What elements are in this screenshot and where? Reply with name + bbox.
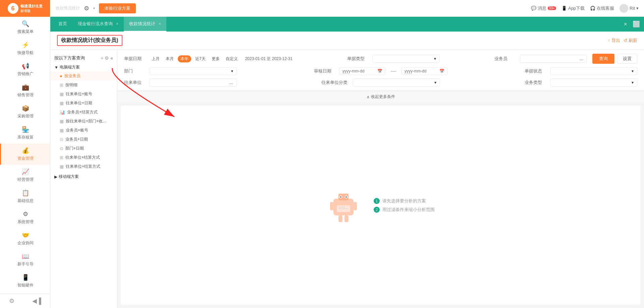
refresh-label: 刷新: [629, 38, 637, 44]
dept-select[interactable]: ▾: [150, 67, 237, 75]
home-tab-label: 首页: [58, 21, 67, 27]
sidebar-item-guide[interactable]: 📖 新手引导: [0, 249, 50, 270]
add-scheme-btn[interactable]: +: [101, 55, 103, 61]
scheme-item-7[interactable]: ⊙ 业务员+日期: [50, 135, 117, 144]
sidebar-item-sales[interactable]: 💼 销售管理: [0, 80, 50, 101]
preset-this-year[interactable]: 本年: [178, 55, 191, 62]
scheme-item-0[interactable]: ● 按业务员: [50, 71, 117, 81]
scheme-item-2[interactable]: ▦ 往来单位+账号: [50, 90, 117, 99]
sidebar-item-operations[interactable]: 📈 经营管理: [0, 165, 50, 186]
scheme-icon-5: ▦: [60, 119, 64, 124]
user-menu[interactable]: Rit ▾: [620, 4, 639, 13]
sidebar-item-basic[interactable]: 📋 基础信息: [0, 186, 50, 207]
filter-row-1: 单据日期 上月 本月 本年 近7天 更多 自定义 2023-01-01 至: [124, 54, 637, 64]
doc-status-select[interactable]: ▾: [550, 67, 637, 75]
experience-solution-btn[interactable]: 体验行业方案: [99, 3, 136, 13]
sidebar-label-system: 系统管理: [17, 219, 34, 225]
sidebar-item-inventory[interactable]: 🏪 库存核算: [0, 122, 50, 144]
scheme-icon-1: ⊞: [60, 83, 63, 88]
refresh-btn[interactable]: ↺ 刷新: [624, 38, 637, 44]
tip-num-1: 1: [374, 198, 380, 204]
page-title-box: 收款情况统计(按业务员): [57, 35, 122, 46]
desktop-scheme-title[interactable]: ▼ 电脑端方案: [50, 63, 117, 71]
scheme-item-5[interactable]: ▦ 按往来单位+部门+收...: [50, 117, 117, 126]
mobile-scheme-label: 移动端方案: [59, 174, 79, 179]
sidebar-collapse-btn[interactable]: ◀▐: [32, 297, 41, 305]
tab-home[interactable]: 首页: [53, 17, 72, 32]
sidebar-label-purchase: 采购管理: [17, 113, 34, 119]
tree-mobile-arrow: ▶: [54, 174, 57, 179]
query-btn[interactable]: 查询: [592, 54, 614, 64]
counterpart-cat-select[interactable]: ▾: [353, 79, 440, 87]
sidebar-item-collab[interactable]: 🤝 企业协同: [0, 228, 50, 249]
sidebar-label-operations: 经营管理: [17, 177, 34, 183]
scheme-item-6[interactable]: ▦ 业务员+账号: [50, 126, 117, 135]
review-date-from-input[interactable]: [342, 69, 376, 73]
settings-gear[interactable]: ⚙: [84, 5, 89, 12]
message-icon: 💬: [531, 6, 536, 11]
window-close-btn[interactable]: ×: [622, 21, 629, 28]
scheme-item-8[interactable]: ⊙ 部门+日期: [50, 144, 117, 153]
sales-icon: 💼: [22, 84, 29, 91]
preset-more[interactable]: 更多: [210, 55, 222, 62]
left-panel: 按以下方案查询 + ⚙ « ▼ 电脑端方案 ● 按业务员: [50, 50, 117, 308]
tab-receipt-stats[interactable]: 收款情况统计 ×: [124, 17, 166, 32]
review-date-to[interactable]: 📅: [401, 67, 447, 75]
online-service-btn[interactable]: 🎧 在线客服: [590, 5, 614, 11]
salesperson-select[interactable]: …: [520, 55, 587, 63]
review-date-to-input[interactable]: [405, 69, 438, 73]
review-date-from[interactable]: 📅: [339, 67, 385, 75]
counterpart-select[interactable]: …: [150, 79, 237, 87]
sidebar-item-system[interactable]: ⚙ 系统管理: [0, 207, 50, 228]
date-range-display: 2023-01-01 至 2023-12-31: [245, 56, 292, 62]
mobile-scheme-title[interactable]: ▶ 移动端方案: [50, 172, 117, 181]
messages-btn[interactable]: 💬 消息 99+: [531, 5, 556, 11]
topbar-right: 💬 消息 99+ 📱 App下载 🎧 在线客服 Rit ▾: [531, 4, 639, 13]
scheme-icon-0: ●: [60, 73, 62, 79]
mobile-scheme-group: ▶ 移动端方案: [50, 172, 117, 182]
page-actions: ↑ 导出 ↺ 刷新: [608, 38, 638, 44]
panel-title: 按以下方案查询: [54, 55, 99, 61]
scheme-item-9[interactable]: ⊞ 往来单位+结算方式: [50, 153, 117, 162]
scheme-label-4: 业务员+结算方式: [67, 109, 98, 115]
sidebar-item-marketing[interactable]: 📢 营销推广: [0, 59, 50, 80]
scheme-item-4[interactable]: 📊 业务员+结算方式: [50, 108, 117, 117]
doc-type-select[interactable]: ▾: [373, 55, 440, 63]
scheme-item-1[interactable]: ⊞ 按明细: [50, 81, 117, 90]
app-name: 畅捷通好生意: [20, 4, 43, 9]
setup-btn[interactable]: 设置: [617, 54, 637, 64]
preset-7days[interactable]: 近7天: [193, 55, 208, 62]
sidebar-settings-btn[interactable]: ⚙: [9, 297, 14, 305]
preset-last-month[interactable]: 上月: [150, 55, 162, 62]
scheme-icon-2: ▦: [60, 92, 64, 97]
sidebar-item-search[interactable]: 🔍 搜索菜单: [0, 17, 50, 38]
tab-bank-flow[interactable]: 现金银行流水查询 ×: [72, 17, 124, 32]
sidebar-item-finance[interactable]: 💰 资金管理: [0, 144, 50, 165]
preset-custom[interactable]: 自定义: [224, 55, 240, 62]
tab-receipt-stats-close[interactable]: ×: [159, 21, 161, 26]
preset-this-month[interactable]: 本月: [164, 55, 176, 62]
empty-content: 1 请先选择要分析的方案 2 用过滤条件来缩小分析范围: [327, 185, 435, 225]
collapse-bar[interactable]: ∧ 收起更多条件: [117, 91, 644, 102]
date-from: 2023-01-01: [245, 56, 266, 61]
sidebar-item-hardware[interactable]: 📱 智能硬件: [0, 270, 50, 292]
panel-collapse-btn[interactable]: «: [110, 55, 113, 61]
scheme-settings-btn[interactable]: ⚙: [105, 55, 109, 61]
export-btn[interactable]: ↑ 导出: [608, 38, 621, 44]
scheme-item-10[interactable]: ▦ 往来单位+结算方式: [50, 162, 117, 171]
sidebar-item-purchase[interactable]: 📦 采购管理: [0, 101, 50, 122]
empty-state: 1 请先选择要分析的方案 2 用过滤条件来缩小分析范围: [121, 106, 641, 305]
review-date-label: 审核日期: [314, 68, 334, 74]
counterpart-label: 往来单位: [124, 80, 144, 86]
empty-illustration: [327, 185, 360, 225]
biz-type-label: 业务类型: [525, 80, 545, 86]
dropdown-arrow[interactable]: ▾: [93, 6, 95, 10]
scheme-item-3[interactable]: ▦ 往来单位+日期: [50, 99, 117, 108]
app-download-btn[interactable]: 📱 App下载: [561, 5, 585, 11]
sidebar-item-quicknav[interactable]: ⚡ 快捷导航: [0, 38, 50, 59]
window-maximize-btn[interactable]: ⬜: [631, 20, 641, 28]
tab-bank-flow-close[interactable]: ×: [116, 21, 118, 26]
messages-badge: 99+: [548, 6, 556, 10]
biz-type-select[interactable]: ▾: [550, 79, 637, 87]
logo-icon: 6: [8, 3, 18, 14]
